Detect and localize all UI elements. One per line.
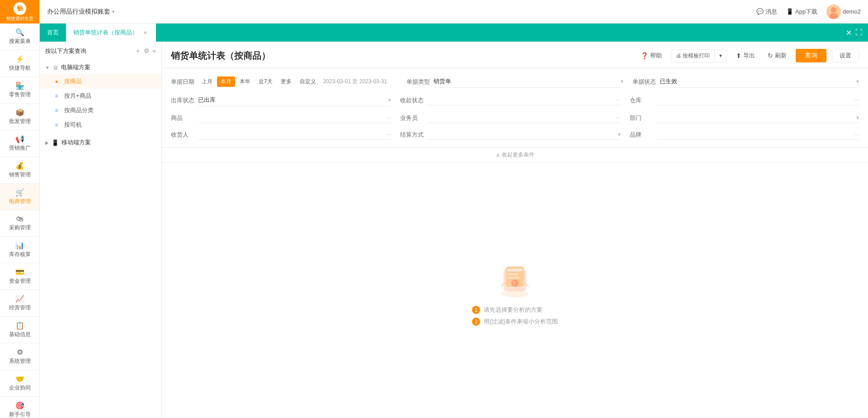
hint-num-1: 1: [472, 306, 480, 314]
date-tab-7days[interactable]: 近7天: [255, 76, 276, 87]
sidebar-item-marketing[interactable]: 📢 营销推广: [0, 130, 39, 157]
sidebar-item-newbie-label: 新手引导: [9, 411, 31, 418]
page-actions: ❓ 帮助 🖨 按模板打印 ▾ ⬆ 导出: [637, 49, 859, 62]
collapse-bar[interactable]: ∧ 收起更多条件: [162, 147, 868, 163]
refresh-button[interactable]: ↻ 刷新: [764, 50, 790, 62]
panel-settings-icon[interactable]: ⚙: [144, 47, 150, 55]
print-dropdown-icon: ▾: [719, 52, 722, 59]
main-area: 办公用品行业模拟账套 ▾ 💬 消息 📱 App下载 de: [40, 0, 868, 418]
out-status-dropdown-icon: ▾: [388, 97, 391, 103]
tab-close-icon[interactable]: ✕: [142, 29, 149, 36]
message-action[interactable]: 💬 消息: [756, 8, 777, 16]
sidebar-item-system[interactable]: ⚙ 系统管理: [0, 343, 39, 370]
doc-type-value[interactable]: 销货单 ▾: [434, 76, 624, 88]
basic-icon: 📋: [15, 321, 24, 330]
tree-item-by-category[interactable]: ≡ 按商品分类: [40, 103, 161, 118]
department-value[interactable]: ▾: [657, 113, 859, 123]
sidebar-item-retail-label: 零售管理: [9, 91, 31, 99]
app-download-action[interactable]: 📱 App下载: [786, 8, 817, 16]
recipient-field: 收货人 ···: [171, 129, 400, 140]
product-value[interactable]: ···: [198, 113, 391, 123]
warehouse-value[interactable]: ···: [657, 95, 859, 105]
out-status-value[interactable]: 已出库 ▾: [198, 94, 391, 106]
print-icon: 🖨: [676, 52, 681, 59]
date-tab-this-year[interactable]: 本年: [236, 76, 254, 87]
date-tab-this-month[interactable]: 本月: [217, 76, 235, 87]
window-maximize-icon[interactable]: ⛶: [855, 28, 863, 37]
sidebar-item-ecom[interactable]: 🛒 电商管理: [0, 184, 39, 210]
sidebar-item-system-label: 系统管理: [9, 357, 31, 365]
export-label: 导出: [743, 52, 755, 60]
sidebar-item-wholesale-label: 批发管理: [9, 118, 31, 125]
sidebar-item-search[interactable]: 🔍 搜索菜单: [0, 24, 39, 50]
sidebar-item-inventory[interactable]: 📊 库存核算: [0, 237, 39, 263]
date-tab-last-month[interactable]: 上月: [198, 76, 216, 87]
pay-status-value[interactable]: ···: [427, 95, 620, 105]
window-close-icon[interactable]: ✕: [846, 28, 852, 37]
sidebar-item-finance[interactable]: 💳 资金管理: [0, 263, 39, 290]
tab-home[interactable]: 首页: [40, 24, 66, 42]
settlement-value[interactable]: ▾: [427, 129, 620, 140]
hint-text-1: 请先选择要分析的方案: [484, 306, 542, 314]
sidebar-item-newbie[interactable]: 🎯 新手引导: [0, 397, 39, 418]
app-title-dropdown-icon[interactable]: ▾: [112, 9, 114, 14]
empty-hint-2: 2 用[过滤]条件来缩小分析范围: [472, 318, 557, 326]
sidebar-item-wholesale[interactable]: 📦 批发管理: [0, 104, 39, 130]
tab-bar: 首页 销货单统计表（按商品） ✕ ✕ ⛶: [40, 24, 868, 42]
help-button[interactable]: ❓ 帮助: [637, 50, 665, 62]
tree-section-desktop: ▼ 🖥 电脑端方案 ● 按商品 ≡ 按月+商品 ≡ 按商品分类 ≡: [40, 59, 161, 134]
sidebar-logo: 畅 畅捷通好生意: [0, 0, 40, 24]
date-filter-label: 单据日期: [171, 78, 198, 86]
user-profile[interactable]: demo2: [826, 5, 861, 19]
page-title: 销货单统计表（按商品）: [171, 50, 637, 62]
recipient-value[interactable]: ···: [198, 129, 391, 140]
tab-report[interactable]: 销货单统计表（按商品） ✕: [66, 24, 156, 42]
date-tab-more[interactable]: 更多: [277, 76, 295, 87]
sidebar-item-basic-label: 基础信息: [9, 331, 31, 338]
tab-window-controls: ✕ ⛶: [840, 28, 868, 37]
sidebar-item-basic[interactable]: 📋 基础信息: [0, 317, 39, 343]
doc-status-value[interactable]: 已生效 ▾: [660, 76, 859, 88]
hint-text-2: 用[过滤]条件来缩小分析范围: [484, 318, 557, 326]
panel-collapse-icon[interactable]: «: [152, 47, 156, 55]
sidebar-item-purchase[interactable]: 🛍 采购管理: [0, 210, 39, 237]
header-actions: 💬 消息 📱 App下载 demo2: [756, 5, 861, 19]
sidebar-item-shortcut[interactable]: ⚡ 快捷导航: [0, 50, 39, 77]
print-button[interactable]: 🖨 按模板打印: [671, 50, 715, 62]
print-group: 🖨 按模板打印 ▾: [671, 49, 727, 62]
recipient-label: 收货人: [171, 131, 198, 139]
operations-icon: 📈: [15, 294, 24, 303]
sidebar-item-operations[interactable]: 📈 经营管理: [0, 290, 39, 317]
newbie-icon: 🎯: [15, 401, 24, 410]
sidebar-item-retail[interactable]: 🏪 零售管理: [0, 77, 39, 104]
print-dropdown-button[interactable]: ▾: [715, 50, 726, 61]
brand-value[interactable]: ···: [657, 129, 859, 140]
tree-item-by-product[interactable]: ● 按商品: [40, 74, 161, 89]
app-title-text: 办公用品行业模拟账套: [47, 8, 110, 16]
doc-status-field: 单据状态 已生效 ▾: [632, 76, 859, 88]
export-button[interactable]: ⬆ 导出: [732, 50, 759, 62]
warehouse-field: 仓库 ···: [630, 95, 859, 105]
tree-group-mobile[interactable]: ▶ 📱 移动端方案: [40, 136, 161, 149]
enterprise-icon: 🤝: [15, 375, 24, 383]
print-label: 按模板打印: [683, 52, 710, 60]
panel-add-icon[interactable]: ＋: [135, 47, 141, 55]
tree-item-by-machine[interactable]: ≡ 按司机: [40, 118, 161, 132]
department-dropdown-icon: ▾: [856, 114, 859, 121]
help-icon: ❓: [641, 52, 648, 59]
by-month-product-label: 按月+商品: [64, 92, 91, 100]
date-tab-custom[interactable]: 自定义: [296, 76, 320, 87]
out-status-label: 出库状态: [171, 96, 198, 104]
empty-illustration: !: [492, 255, 538, 300]
query-button[interactable]: 查询: [796, 49, 826, 62]
tree-section-mobile: ▶ 📱 移动端方案: [40, 134, 161, 151]
tree-group-desktop[interactable]: ▼ 🖥 电脑端方案: [40, 61, 161, 74]
sidebar-item-sales[interactable]: 💰 销售管理: [0, 157, 39, 184]
sidebar-item-enterprise[interactable]: 🤝 企业协同: [0, 370, 39, 397]
svg-point-9: [511, 280, 519, 287]
tree-group-mobile-label: 移动端方案: [61, 138, 91, 147]
salesperson-value[interactable]: ···: [427, 113, 620, 123]
tree-item-by-month-product[interactable]: ≡ 按月+商品: [40, 89, 161, 103]
filter-row-4: 收货人 ··· 结算方式 ▾ 品牌: [171, 129, 859, 140]
settings-button[interactable]: 设置: [832, 49, 859, 62]
